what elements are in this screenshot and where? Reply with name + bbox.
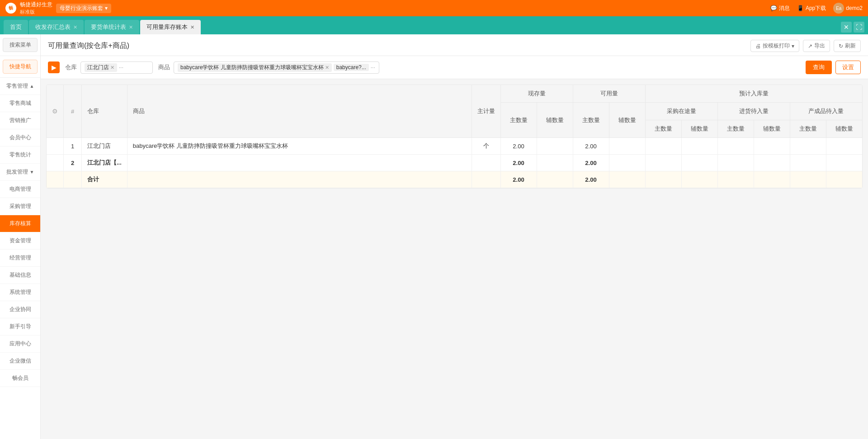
row-2-current-main: 2.00 — [500, 155, 537, 171]
warehouse-filter-group: 仓库 江北门店 ✕ ··· — [65, 61, 153, 74]
warehouse-tag-0-close[interactable]: ✕ — [110, 65, 114, 71]
print-arrow-icon: ▾ — [792, 43, 794, 49]
tab-receive-pay-close[interactable]: ✕ — [73, 24, 77, 30]
footer-current-aux — [537, 171, 573, 188]
table-area: ⚙ # 仓库 商品 主计量 现存量 可用量 预计入库量 主数量 辅 — [41, 79, 868, 439]
sidebar-item-system-mgmt[interactable]: 系统管理 — [0, 284, 40, 301]
row-2-import-pending-main — [717, 155, 754, 171]
sidebar-item-ecommerce-mgmt[interactable]: 电商管理 — [0, 181, 40, 198]
row-2-available-main: 2.00 — [573, 155, 609, 171]
row-1-index: 1 — [64, 138, 82, 155]
footer-available-main: 2.00 — [573, 171, 609, 188]
product-tag-0: babycare学饮杯 儿童防摔防撞吸管杯重力球吸嘴杯宝宝水杯 ✕ — [178, 63, 332, 72]
app-title: 畅捷通好生意 标准版 — [20, 1, 52, 15]
col-import-pending-header: 进货待入量 — [717, 103, 790, 120]
footer-label: 合计 — [82, 171, 127, 188]
row-1-current-aux — [537, 138, 573, 155]
filter-actions: 查询 设置 — [806, 61, 861, 74]
message-btn[interactable]: 💬 消息 — [770, 5, 790, 12]
row-2-settings — [47, 155, 64, 171]
footer-purchase-transit-aux — [681, 171, 717, 188]
content-area: 可用量查询(按仓库+商品) 🖨 按模板打印 ▾ ↗ 导出 ↻ 刷新 ▶ — [41, 34, 868, 439]
footer-product-pending-main — [790, 171, 826, 188]
table-settings-icon[interactable]: ⚙ — [52, 108, 58, 115]
col-settings-header: ⚙ — [47, 85, 64, 138]
row-1-current-main: 2.00 — [500, 138, 537, 155]
row-1-import-pending-main — [717, 138, 754, 155]
top-bar-left: 畅 畅捷通好生意 标准版 母婴行业演示账套 ▾ — [5, 1, 111, 15]
settings-button[interactable]: 设置 — [835, 61, 861, 74]
sidebar-item-app-center[interactable]: 应用中心 — [0, 335, 40, 353]
wholesale-mgmt-arrow: ▼ — [30, 170, 34, 175]
nav-expand-btn[interactable]: ⛶ — [854, 22, 864, 33]
tenant-selector[interactable]: 母婴行业演示账套 ▾ — [56, 4, 111, 13]
nav-tabs: 首页 收发存汇总表 ✕ 要货单统计表 ✕ 可用量库存账本 ✕ ✕ ⛶ — [0, 16, 868, 34]
col-product-pending-main: 主数量 — [790, 120, 826, 138]
sidebar-item-wholesale-mgmt[interactable]: 批发管理 ▼ — [0, 164, 40, 181]
sidebar-search-section: 搜索菜单 — [0, 34, 40, 56]
row-1-purchase-transit-main — [645, 138, 681, 155]
product-more-btn[interactable]: ··· — [371, 64, 375, 71]
nav-close-btn[interactable]: ✕ — [841, 22, 852, 33]
print-icon: 🖨 — [755, 43, 761, 49]
export-btn[interactable]: ↗ 导出 — [803, 40, 830, 52]
sidebar-item-inventory-check[interactable]: 库存核算 — [0, 215, 40, 232]
warehouse-input[interactable]: 江北门店 ✕ ··· — [80, 61, 153, 74]
tab-receive-pay[interactable]: 收发存汇总表 ✕ — [29, 20, 84, 34]
product-input[interactable]: babycare学饮杯 儿童防摔防撞吸管杯重力球吸嘴杯宝宝水杯 ✕ babyca… — [174, 61, 379, 74]
expand-filter-btn[interactable]: ▶ — [48, 61, 60, 73]
row-1-product-pending-main — [790, 138, 826, 155]
sidebar-item-retail-mall[interactable]: 零售商城 — [0, 95, 40, 112]
user-menu[interactable]: Ea demo2 — [833, 3, 863, 14]
sidebar-item-finance-mgmt[interactable]: 资金管理 — [0, 232, 40, 250]
sidebar-item-marketing[interactable]: 营销推广 — [0, 112, 40, 129]
table-footer-row: 合计 2.00 2.00 — [47, 171, 862, 188]
sidebar-item-operations-mgmt[interactable]: 经营管理 — [0, 250, 40, 267]
query-button[interactable]: 查询 — [806, 61, 832, 74]
row-2-product-pending-aux — [826, 155, 862, 171]
footer-import-pending-aux — [754, 171, 790, 188]
tab-order-stats[interactable]: 要货单统计表 ✕ — [85, 20, 139, 34]
refresh-btn[interactable]: ↻ 刷新 — [834, 40, 861, 52]
refresh-icon: ↻ — [839, 43, 843, 49]
tab-available-stock[interactable]: 可用量库存账本 ✕ — [140, 20, 201, 34]
tab-order-stats-close[interactable]: ✕ — [129, 24, 133, 30]
page-title: 可用量查询(按仓库+商品) — [48, 41, 129, 51]
retail-mgmt-arrow: ▲ — [30, 84, 34, 89]
row-1-warehouse: 江北门店 — [82, 138, 127, 155]
tab-available-stock-close[interactable]: ✕ — [190, 24, 194, 30]
print-btn[interactable]: 🖨 按模板打印 ▾ — [750, 40, 799, 52]
warehouse-label: 仓库 — [65, 63, 77, 71]
table-header-row-1: ⚙ # 仓库 商品 主计量 现存量 可用量 预计入库量 — [47, 85, 862, 103]
col-purchase-transit-aux: 辅数量 — [681, 120, 717, 138]
product-tag-0-close[interactable]: ✕ — [325, 65, 329, 71]
footer-index — [64, 171, 82, 188]
sidebar-item-vip-member[interactable]: 畅会员 — [0, 370, 40, 387]
quick-nav-btn[interactable]: 快捷导航 — [3, 60, 38, 74]
page-header-actions: 🖨 按模板打印 ▾ ↗ 导出 ↻ 刷新 — [750, 40, 861, 52]
warehouse-more-btn[interactable]: ··· — [119, 64, 123, 71]
tab-home[interactable]: 首页 — [4, 20, 28, 34]
sidebar-item-enterprise-wechat[interactable]: 企业微信 — [0, 353, 40, 370]
main-layout: 搜索菜单 快捷导航 零售管理 ▲ 零售商城 营销推广 会员中心 零售统计 批发管… — [0, 34, 868, 439]
row-1-available-aux — [609, 138, 645, 155]
row-2-purchase-transit-main — [645, 155, 681, 171]
sidebar-item-purchase-mgmt[interactable]: 采购管理 — [0, 198, 40, 215]
sidebar-item-member-center[interactable]: 会员中心 — [0, 129, 40, 146]
product-label: 商品 — [158, 63, 170, 71]
sidebar-item-retail-stats[interactable]: 零售统计 — [0, 146, 40, 164]
sidebar-item-enterprise-collab[interactable]: 企业协同 — [0, 301, 40, 318]
sidebar-item-new-guide[interactable]: 新手引导 — [0, 318, 40, 335]
row-2-product-pending-main — [790, 155, 826, 171]
col-purchase-transit-main: 主数量 — [645, 120, 681, 138]
row-2-import-pending-aux — [754, 155, 790, 171]
sidebar: 搜索菜单 快捷导航 零售管理 ▲ 零售商城 营销推广 会员中心 零售统计 批发管… — [0, 34, 41, 439]
sidebar-item-retail-mgmt[interactable]: 零售管理 ▲ — [0, 78, 40, 95]
product-tag-1: babycare?... — [334, 64, 369, 71]
table-row: 1 江北门店 babycare学饮杯 儿童防摔防撞吸管杯重力球吸嘴杯宝宝水杯 个… — [47, 138, 862, 155]
filter-bar: ▶ 仓库 江北门店 ✕ ··· 商品 babycare学饮杯 儿童防摔防撞吸管杯… — [41, 56, 868, 79]
sidebar-item-basic-info[interactable]: 基础信息 — [0, 267, 40, 284]
warehouse-tag-0: 江北门店 ✕ — [85, 63, 117, 72]
search-menu-btn[interactable]: 搜索菜单 — [3, 38, 38, 52]
app-download-btn[interactable]: 📱 App下载 — [797, 5, 826, 12]
